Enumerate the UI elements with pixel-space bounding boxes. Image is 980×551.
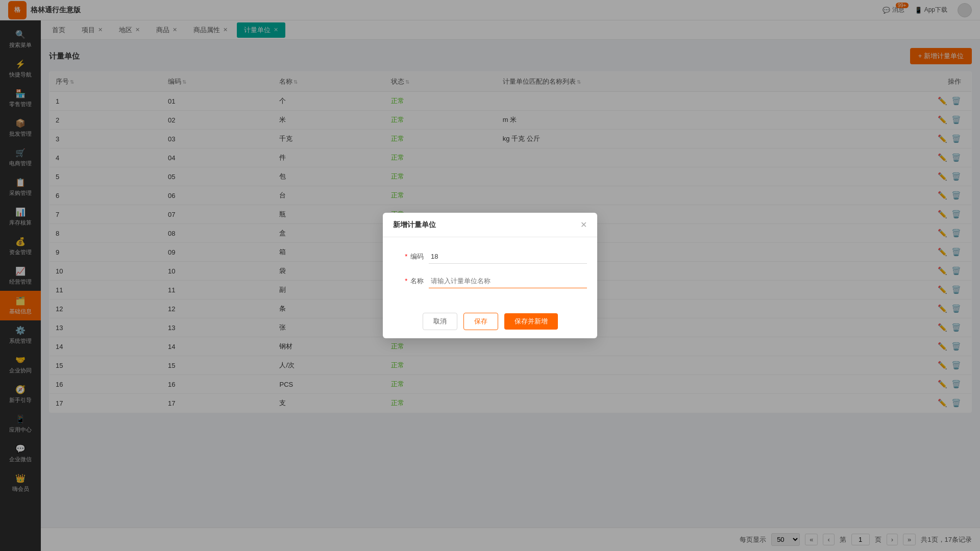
- modal-add-unit: 新增计量单位 ✕ * 编码 * 名称 取消 保存 保存并新增: [383, 213, 597, 338]
- code-input[interactable]: [429, 249, 587, 264]
- modal-overlay[interactable]: 新增计量单位 ✕ * 编码 * 名称 取消 保存 保存并新增: [0, 0, 980, 551]
- form-row-name: * 名称: [393, 274, 587, 288]
- modal-footer: 取消 保存 保存并新增: [383, 307, 597, 338]
- save-and-new-button[interactable]: 保存并新增: [504, 313, 558, 330]
- code-label: * 编码: [393, 252, 424, 261]
- name-input[interactable]: [429, 274, 587, 288]
- code-required-mark: *: [405, 253, 407, 260]
- name-label: * 名称: [393, 277, 424, 286]
- save-button[interactable]: 保存: [463, 313, 498, 330]
- modal-close-button[interactable]: ✕: [580, 220, 587, 230]
- modal-body: * 编码 * 名称: [383, 237, 597, 307]
- form-row-code: * 编码: [393, 249, 587, 264]
- modal-title: 新增计量单位: [393, 220, 436, 230]
- cancel-button[interactable]: 取消: [423, 313, 457, 330]
- modal-header: 新增计量单位 ✕: [383, 213, 597, 237]
- name-required-mark: *: [405, 277, 407, 285]
